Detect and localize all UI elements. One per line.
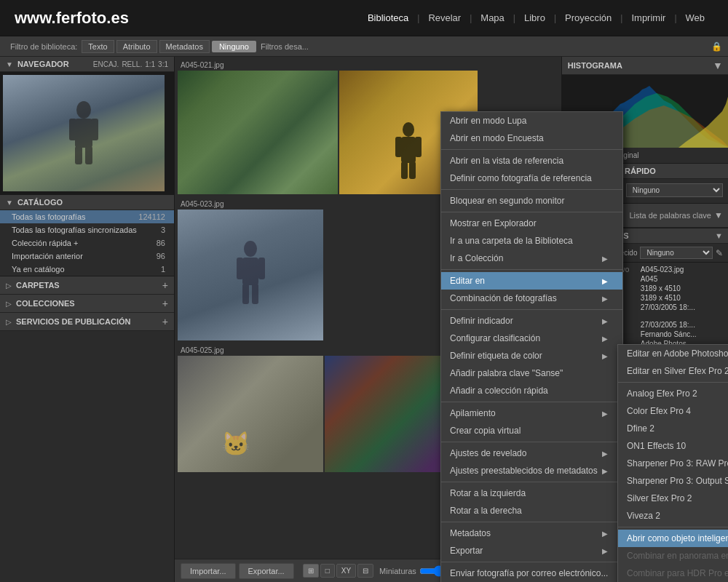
menu-define-reference[interactable]: Definir como fotografía de referencia: [441, 170, 622, 187]
catalog-prev-import[interactable]: Importación anterior 96: [0, 250, 174, 263]
submenu-color-efex[interactable]: Color Efex Pro 4: [618, 402, 728, 420]
menu-email[interactable]: Enviar fotografía por correo electrónico…: [441, 565, 622, 582]
menu-open-encuesta[interactable]: Abrir en modo Encuesta: [441, 129, 622, 147]
menu-show-explorer[interactable]: Mostrar en Explorador: [441, 215, 622, 232]
view-compare-btn[interactable]: XY: [336, 564, 356, 578]
export-button[interactable]: Exportar...: [239, 563, 294, 579]
folders-add-icon[interactable]: +: [162, 279, 168, 291]
nav-proyeccion[interactable]: Proyección: [556, 8, 620, 28]
nav-zoom-encaj[interactable]: ENCAJ.: [93, 60, 119, 68]
view-grid-btn[interactable]: ⊞: [303, 564, 319, 578]
menu-rotate-left[interactable]: Rotar a la izquierda: [441, 485, 622, 502]
submenu-panorama[interactable]: Combinar en panorama en Photoshop...: [618, 547, 728, 565]
nav-zoom-rell[interactable]: RELL.: [122, 60, 142, 68]
filter-text-btn[interactable]: Texto: [82, 40, 114, 53]
menu-metadata[interactable]: Metadatos ▶: [441, 525, 622, 542]
svg-rect-5: [85, 146, 92, 164]
submenu: Editar en Adobe Photoshop CC 2018... Edi…: [617, 344, 728, 582]
collections-title: Colecciones: [16, 299, 162, 308]
folders-header[interactable]: ▷ Carpetas +: [0, 276, 174, 295]
menu-color-arrow: ▶: [602, 352, 608, 360]
nav-zoom-1-1[interactable]: 1:1: [145, 60, 155, 68]
svg-rect-8: [395, 137, 402, 157]
catalog-header[interactable]: ▼ Catálogo: [0, 195, 174, 210]
import-button[interactable]: Importar...: [181, 563, 236, 579]
menu-define-indicator[interactable]: Definir indicador ▶: [441, 312, 622, 330]
menu-lock-second-monitor[interactable]: Bloquear en segundo monitor: [441, 192, 622, 210]
filter-metadata-btn[interactable]: Metadatos: [159, 40, 210, 53]
collections-header[interactable]: ▷ Colecciones +: [0, 295, 174, 313]
catalog-quick[interactable]: Colección rápida + 86: [0, 236, 174, 250]
nav-revelar[interactable]: Revelar: [419, 8, 470, 28]
photo-thumb-3[interactable]: [178, 210, 323, 340]
menu-edit-arrow: ▶: [602, 277, 608, 285]
submenu-sharpener-output[interactable]: Sharpener Pro 3: Output Sharpener: [618, 472, 728, 490]
lock-icon[interactable]: 🔒: [711, 41, 722, 52]
submenu-viveza[interactable]: Viveza 2: [618, 507, 728, 525]
meta-collapse[interactable]: ▼: [715, 231, 723, 240]
navigator-preview: [0, 72, 174, 194]
menu-metadata-presets[interactable]: Ajustes preestablecidos de metadatos ▶: [441, 462, 622, 479]
publish-add-icon[interactable]: +: [162, 316, 168, 327]
menu-stacking[interactable]: Apilamiento ▶: [441, 404, 622, 422]
left-panel: ▼ Navegador ENCAJ. RELL. 1:1 3:1: [0, 57, 175, 582]
nav-mapa[interactable]: Mapa: [472, 8, 513, 28]
menu-edit-in[interactable]: Editar en ▶: [441, 272, 622, 290]
histogram-collapse-icon[interactable]: ▼: [713, 60, 723, 71]
navigator-controls: ENCAJ. RELL. 1:1 3:1: [93, 60, 168, 68]
catalog-already[interactable]: Ya en catálogo 1: [0, 263, 174, 276]
meta-preset-select[interactable]: Ninguno: [640, 247, 712, 259]
menu-add-quick[interactable]: Añadir a colección rápida: [441, 382, 622, 399]
filters-deselect[interactable]: Filtros desa...: [261, 42, 309, 51]
histogram-header[interactable]: Histograma ▼: [562, 57, 728, 75]
nav-biblioteca[interactable]: Biblioteca: [359, 8, 417, 28]
menu-meta-arrow: ▶: [602, 467, 608, 475]
menu-develop-arrow: ▶: [602, 450, 608, 458]
meta-field-value: 3189 x 4510: [641, 294, 723, 302]
menu-rotate-right[interactable]: Rotar a la derecha: [441, 502, 622, 519]
menu-sep-3: [441, 212, 622, 212]
kw-collapse[interactable]: ▼: [714, 210, 723, 220]
submenu-open-smart-object[interactable]: Abrir como objeto inteligente en Photosh…: [618, 530, 728, 547]
menu-goto-collection[interactable]: Ir a Colección ▶: [441, 250, 622, 267]
navigator-panel: ▼ Navegador ENCAJ. RELL. 1:1 3:1: [0, 57, 174, 195]
menu-combine[interactable]: Combinación de fotografías ▶: [441, 290, 622, 307]
photo-thumb-5[interactable]: [325, 356, 448, 472]
submenu-on1-effects[interactable]: ON1 Effects 10: [618, 437, 728, 455]
menu-define-color-label[interactable]: Definir etiqueta de color ▶: [441, 347, 622, 364]
menu-add-keyword[interactable]: Añadir palabra clave "Sanse": [441, 364, 622, 382]
nav-web[interactable]: Web: [677, 8, 714, 28]
submenu-hdr[interactable]: Combinar para HDR Pro en Photoshop...: [618, 565, 728, 582]
submenu-silver-efex[interactable]: Silver Efex Pro 2: [618, 490, 728, 507]
nav-libro[interactable]: Libro: [515, 8, 554, 28]
photo-label-1: A045-021.jpg: [178, 60, 338, 71]
menu-develop-settings[interactable]: Ajustes de revelado ▶: [441, 445, 622, 462]
filter-attribute-btn[interactable]: Atributo: [116, 40, 157, 53]
photo-thumb-4[interactable]: 🐱: [178, 356, 323, 472]
menu-open-reference-view[interactable]: Abrir en la vista de referencia: [441, 152, 622, 170]
menu-goto-folder[interactable]: Ir a una carpeta de la Biblioteca: [441, 232, 622, 250]
submenu-sharpener-raw[interactable]: Sharpener Pro 3: RAW Presharpener: [618, 455, 728, 472]
submenu-dfine[interactable]: Dfine 2: [618, 420, 728, 437]
submenu-silver-efex-exe[interactable]: Editar en Silver Efex Pro 2.exe...: [618, 362, 728, 380]
submenu-analog-efex[interactable]: Analog Efex Pro 2: [618, 385, 728, 402]
navigator-header[interactable]: ▼ Navegador ENCAJ. RELL. 1:1 3:1: [0, 57, 174, 72]
view-survey-btn[interactable]: ⊟: [357, 564, 373, 578]
photo-thumb-1[interactable]: [178, 71, 338, 194]
catalog-all-photos[interactable]: Todas las fotografías 124112: [0, 210, 174, 223]
qd-preset-select[interactable]: Ninguno: [626, 183, 723, 197]
nav-imprimir[interactable]: Imprimir: [622, 8, 674, 28]
menu-export[interactable]: Exportar ▶: [441, 542, 622, 559]
menu-virtual-copy[interactable]: Crear copia virtual: [441, 422, 622, 439]
menu-configure-rating[interactable]: Configurar clasificación ▶: [441, 330, 622, 347]
collections-add-icon[interactable]: +: [162, 298, 168, 309]
publish-header[interactable]: ▷ Servicios de publicación +: [0, 313, 174, 331]
silhouette-icon: [390, 119, 427, 185]
view-loupe-btn[interactable]: □: [320, 564, 335, 578]
meta-edit-icon[interactable]: ✎: [716, 248, 723, 258]
submenu-photoshop-cc[interactable]: Editar en Adobe Photoshop CC 2018...: [618, 345, 728, 362]
nav-zoom-3-1[interactable]: 3:1: [158, 60, 168, 68]
catalog-synced[interactable]: Todas las fotografías sincronizadas 3: [0, 223, 174, 236]
filter-none-btn[interactable]: Ninguno: [212, 41, 256, 52]
menu-open-lupa[interactable]: Abrir en modo Lupa: [441, 112, 622, 129]
